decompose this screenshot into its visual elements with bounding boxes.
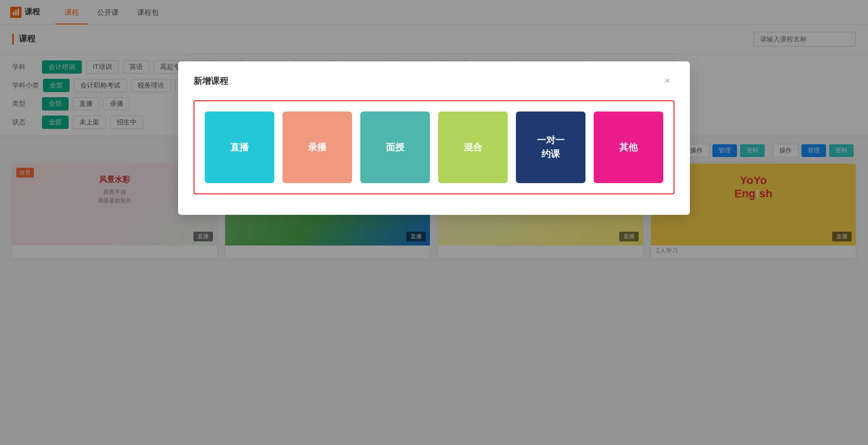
type-selection-grid: 直播 录播 面授 混合 一对一约课 其他 (193, 100, 675, 194)
modal-close-button[interactable]: × (660, 74, 675, 88)
type-card-face[interactable]: 面授 (360, 112, 430, 183)
type-card-record[interactable]: 录播 (283, 112, 352, 183)
type-label-mix: 混合 (464, 141, 482, 153)
modal-overlay: 新增课程 × 直播 录播 面授 混合 一对一约课 (0, 0, 868, 266)
modal-header: 新增课程 × (193, 74, 675, 88)
modal-add-course: 新增课程 × 直播 录播 面授 混合 一对一约课 (178, 61, 690, 215)
type-card-live[interactable]: 直播 (205, 112, 274, 183)
type-label-other: 其他 (619, 141, 638, 153)
type-card-mix[interactable]: 混合 (438, 112, 508, 183)
type-label-face: 面授 (386, 141, 404, 153)
type-label-live: 直播 (230, 141, 249, 153)
type-card-one-on-one[interactable]: 一对一约课 (516, 112, 585, 183)
type-card-other[interactable]: 其他 (594, 112, 663, 183)
modal-title: 新增课程 (193, 75, 228, 87)
type-label-one-on-one: 一对一约课 (537, 134, 565, 161)
type-label-record: 录播 (308, 141, 327, 153)
